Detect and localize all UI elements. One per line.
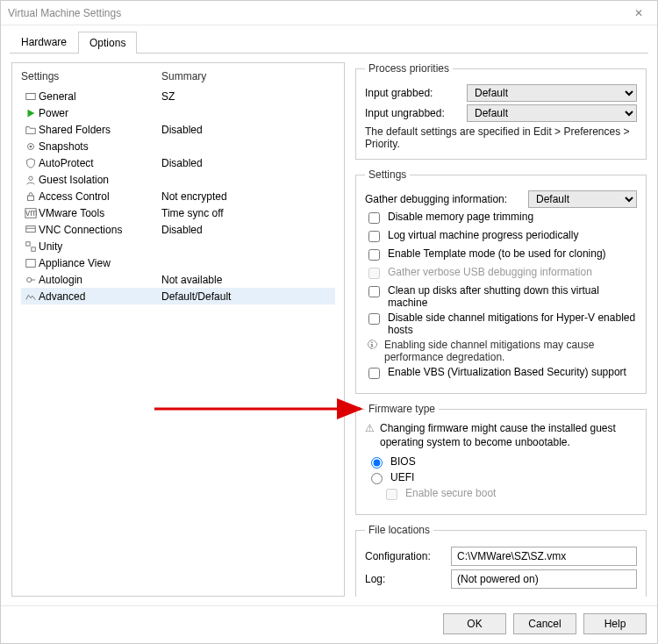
svg-rect-11 — [32, 247, 35, 250]
list-item-label: Access Control — [39, 190, 161, 203]
tab-options[interactable]: Options — [78, 32, 137, 54]
radio-uefi[interactable] — [371, 473, 383, 484]
svg-rect-10 — [26, 241, 30, 245]
help-button[interactable]: Help — [583, 613, 647, 634]
chk-enable-vbs-label: Enable VBS (Virtualization Based Securit… — [388, 366, 626, 378]
titlebar: Virtual Machine Settings ✕ — [1, 1, 657, 25]
legend-process-priorities: Process priorities — [365, 62, 453, 75]
list-item-summary: Default/Default — [161, 290, 333, 303]
list-item-label: AutoProtect — [39, 157, 161, 169]
chk-log-progress[interactable] — [368, 231, 380, 242]
list-item-label: VNC Connections — [39, 224, 161, 236]
list-item-label: VMware Tools — [39, 207, 161, 219]
chk-secure-boot — [386, 489, 397, 500]
tab-hardware[interactable]: Hardware — [10, 31, 78, 53]
legend-firmware: Firmware type — [365, 403, 439, 415]
list-item-vmware-tools[interactable]: vmVMware ToolsTime sync off — [21, 204, 335, 221]
svg-rect-0 — [26, 93, 36, 99]
chk-cleanup-disks[interactable] — [368, 286, 380, 297]
chk-disable-scm-label: Disable side channel mitigations for Hyp… — [388, 311, 637, 336]
list-item-summary: Not available — [161, 274, 333, 286]
list-item-advanced[interactable]: AdvancedDefault/Default — [21, 288, 335, 304]
scm-info-text: Enabling side channel mitigations may ca… — [384, 339, 604, 363]
radio-bios[interactable] — [371, 457, 383, 469]
list-item-autologin[interactable]: AutologinNot available — [21, 271, 335, 288]
group-settings: Settings Gather debugging information: D… — [355, 168, 647, 394]
list-item-label: Advanced — [39, 290, 161, 303]
chk-template-mode-label: Enable Template mode (to be used for clo… — [388, 247, 606, 260]
info-icon: 🛈 — [365, 339, 379, 363]
list-item-summary: Not encrypted — [161, 190, 333, 203]
list-item-general[interactable]: GeneralSZ — [21, 88, 335, 104]
list-item-summary: Disabled — [161, 157, 333, 169]
list-item-summary: Disabled — [161, 124, 333, 136]
list-item-shared-folders[interactable]: Shared FoldersDisabled — [21, 121, 335, 138]
close-icon[interactable]: ✕ — [627, 5, 650, 21]
ok-button[interactable]: OK — [443, 613, 506, 634]
list-item-label: General — [39, 90, 161, 103]
vnc-icon — [23, 224, 39, 236]
label-configuration: Configuration: — [365, 550, 444, 562]
dialog-buttons: OK Cancel Help — [1, 605, 657, 643]
select-gather-debug[interactable]: Default — [528, 190, 637, 208]
list-item-access-control[interactable]: Access ControlNot encrypted — [21, 188, 335, 204]
list-item-autoprotect[interactable]: AutoProtectDisabled — [21, 154, 335, 171]
power-icon — [23, 107, 39, 119]
label-input-grabbed: Input grabbed: — [365, 87, 461, 99]
gear-icon — [23, 90, 39, 103]
svg-point-4 — [29, 176, 32, 180]
chk-verbose-usb-label: Gather verbose USB debugging information — [388, 266, 592, 278]
folder-icon — [23, 124, 39, 136]
list-item-guest-isolation[interactable]: Guest Isolation — [21, 171, 335, 188]
list-item-label: Appliance View — [39, 257, 161, 269]
list-item-summary: SZ — [161, 90, 333, 103]
select-input-ungrabbed[interactable]: Default — [467, 104, 637, 122]
select-input-grabbed[interactable]: Default — [467, 84, 637, 102]
chk-disable-scm[interactable] — [368, 313, 380, 325]
advanced-icon — [23, 290, 39, 303]
col-settings: Settings — [21, 70, 161, 82]
legend-file-locations: File locations — [365, 524, 433, 536]
chk-cleanup-disks-label: Clean up disks after shutting down this … — [388, 284, 637, 309]
priority-note: The default settings are specified in Ed… — [365, 125, 637, 150]
chk-disable-trimming[interactable] — [368, 212, 380, 224]
value-configuration: C:\VMWare\SZ\SZ.vmx — [451, 547, 637, 566]
svg-rect-8 — [26, 225, 36, 232]
col-summary: Summary — [161, 70, 335, 82]
appview-icon — [23, 257, 39, 269]
unity-icon — [23, 240, 39, 253]
vm-settings-window: Virtual Machine Settings ✕ Hardware Opti… — [0, 0, 658, 644]
label-log: Log: — [365, 573, 444, 585]
autologin-icon — [23, 274, 39, 286]
tabstrip: Hardware Options — [1, 25, 657, 53]
chk-enable-vbs[interactable] — [368, 368, 380, 379]
list-item-vnc-connections[interactable]: VNC ConnectionsDisabled — [21, 221, 335, 238]
list-item-unity[interactable]: Unity — [21, 238, 335, 254]
shield-icon — [23, 157, 39, 169]
window-title: Virtual Machine Settings — [8, 7, 627, 19]
list-item-label: Unity — [39, 240, 161, 253]
firmware-warning: Changing firmware might cause the instal… — [380, 422, 637, 449]
list-item-summary: Time sync off — [161, 207, 333, 219]
list-item-label: Snapshots — [39, 140, 161, 153]
svg-marker-1 — [28, 109, 35, 117]
radio-bios-label: BIOS — [390, 455, 416, 468]
list-item-appliance-view[interactable]: Appliance View — [21, 254, 335, 271]
list-item-label: Power — [39, 107, 161, 119]
svg-rect-12 — [26, 259, 36, 267]
guest-icon — [23, 174, 39, 186]
lock-icon — [23, 190, 39, 203]
tools-icon: vm — [23, 207, 39, 219]
group-process-priorities: Process priorities Input grabbed: Defaul… — [355, 62, 647, 160]
list-item-snapshots[interactable]: Snapshots — [21, 138, 335, 154]
svg-rect-5 — [28, 196, 34, 200]
warning-icon: ⚠ — [365, 422, 375, 449]
list-item-power[interactable]: Power — [21, 104, 335, 121]
list-item-summary: Disabled — [161, 224, 333, 236]
label-gather-debug: Gather debugging information: — [365, 193, 523, 205]
cancel-button[interactable]: Cancel — [513, 613, 576, 634]
chk-template-mode[interactable] — [368, 249, 380, 261]
chk-secure-boot-label: Enable secure boot — [405, 487, 496, 499]
group-file-locations: File locations Configuration: C:\VMWare\… — [355, 524, 647, 597]
options-list[interactable]: Settings Summary GeneralSZPowerShared Fo… — [11, 62, 345, 597]
